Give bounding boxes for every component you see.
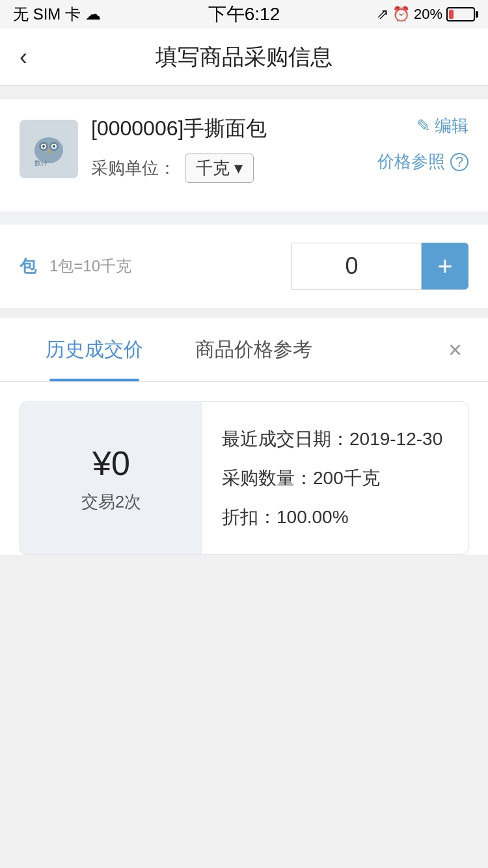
history-price-card: ¥0 交易2次 最近成交日期：2019-12-30 采购数量：200千克 折扣：…: [20, 401, 468, 555]
discount-value: 100.00%: [277, 507, 349, 527]
edit-button[interactable]: ✎ 编辑: [416, 115, 468, 137]
recent-date-label: 最近成交日期：: [222, 429, 349, 449]
section-divider: [0, 211, 488, 218]
quantity-row: 包 1包=10千克 +: [0, 218, 488, 308]
status-time: 下午6:12: [208, 2, 280, 27]
product-info: [0000006]手撕面包 采购单位： 千克 ▾: [91, 115, 267, 183]
purchase-qty-value: 200千克: [313, 468, 380, 488]
qty-input-group: +: [291, 243, 468, 290]
card-left: ¥0 交易2次: [20, 402, 202, 554]
price-value: 0: [111, 444, 130, 482]
alarm-icon: ⏰: [392, 6, 410, 23]
svg-point-6: [53, 145, 55, 148]
qty-hint: 1包=10千克: [49, 256, 131, 277]
price-ref-button[interactable]: 价格参照 ?: [377, 150, 468, 173]
product-header: 数计 [0000006]手撕面包 采购单位： 千克 ▾ ✎ 编辑 价格参照: [20, 115, 468, 183]
product-name: [0000006]手撕面包: [91, 115, 267, 143]
product-thumbnail: 数计: [20, 120, 78, 178]
unit-label: 采购单位：: [91, 157, 176, 180]
product-left: 数计 [0000006]手撕面包 采购单位： 千克 ▾: [20, 115, 267, 183]
status-left: 无 SIM 卡 ☁: [13, 4, 101, 25]
product-card: 数计 [0000006]手撕面包 采购单位： 千克 ▾ ✎ 编辑 价格参照: [0, 99, 488, 211]
location-icon: ⇗: [377, 6, 388, 23]
price-display: ¥0: [92, 444, 130, 483]
nav-bar: ‹ 填写商品采购信息: [0, 29, 488, 86]
product-logo-icon: 数计: [29, 129, 68, 169]
product-unit-row: 采购单位： 千克 ▾: [91, 154, 267, 183]
tab-history-price[interactable]: 历史成交价: [20, 318, 169, 381]
tab-close-button[interactable]: ×: [442, 330, 468, 370]
battery-percent: 20%: [414, 6, 442, 23]
purchase-qty-row: 采购数量：200千克: [222, 465, 448, 492]
package-icon: 包: [20, 255, 36, 278]
svg-point-5: [42, 145, 45, 148]
back-button[interactable]: ‹: [13, 37, 34, 77]
trade-count: 交易2次: [81, 491, 141, 513]
sim-signal-text: 无 SIM 卡 ☁: [13, 4, 101, 25]
purchase-qty-label: 采购数量：: [222, 468, 313, 488]
tabs-header: 历史成交价 商品价格参考 ×: [0, 318, 488, 382]
quantity-input[interactable]: [291, 243, 422, 290]
recent-date-value: 2019-12-30: [349, 429, 442, 449]
status-bar: 无 SIM 卡 ☁ 下午6:12 ⇗ ⏰ 20%: [0, 0, 488, 29]
currency-symbol: ¥: [92, 444, 111, 482]
quantity-plus-button[interactable]: +: [422, 243, 468, 290]
edit-icon: ✎: [416, 116, 431, 136]
page-title: 填写商品采购信息: [156, 42, 332, 72]
svg-text:数计: 数计: [34, 159, 47, 167]
recent-date-row: 最近成交日期：2019-12-30: [222, 426, 448, 453]
unit-select[interactable]: 千克 ▾: [185, 154, 254, 183]
discount-label: 折扣：: [222, 507, 277, 527]
battery-icon: [446, 7, 475, 21]
help-icon: ?: [450, 153, 468, 171]
card-right: 最近成交日期：2019-12-30 采购数量：200千克 折扣：100.00%: [202, 402, 468, 554]
product-right-col: ✎ 编辑 价格参照 ?: [377, 115, 468, 173]
tab-product-price-ref[interactable]: 商品价格参考: [169, 318, 338, 381]
status-right: ⇗ ⏰ 20%: [377, 6, 475, 23]
discount-row: 折扣：100.00%: [222, 504, 448, 531]
tabs-section: 历史成交价 商品价格参考 × ¥0 交易2次 最近成交日期：2019-12-30…: [0, 318, 488, 555]
qty-label: 包 1包=10千克: [20, 255, 131, 278]
